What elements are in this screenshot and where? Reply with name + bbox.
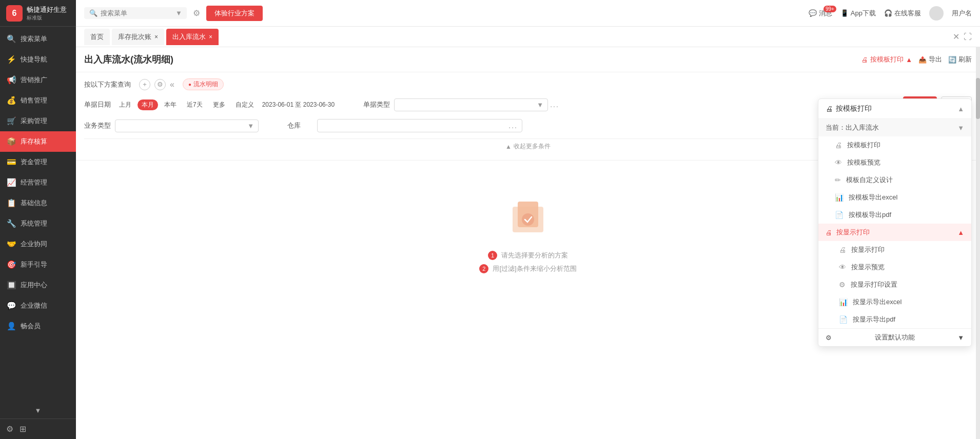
filter-tag-icon: ● [188, 82, 191, 87]
search-dropdown-icon[interactable]: ▼ [175, 9, 182, 17]
sales-icon: 💰 [6, 95, 16, 106]
current-template-label: 当前：出入库流水 [826, 123, 879, 132]
warehouse-more-btn[interactable]: ... [508, 122, 518, 130]
marketing-icon: 📢 [6, 75, 16, 85]
sidebar-item-purchase[interactable]: 🛒 采购管理 [0, 111, 76, 131]
sidebar-item-guide[interactable]: 🎯 新手引导 [0, 254, 76, 275]
sidebar-item-search[interactable]: 🔍 搜索菜单 [0, 29, 76, 49]
print-dropdown-arrow[interactable]: ▲ [906, 56, 912, 64]
display-section-arrow[interactable]: ▲ [957, 229, 964, 236]
date-range-display[interactable]: 2023-06-01 至 2023-06-30 [262, 101, 335, 109]
date-this-month-btn[interactable]: 本月 [138, 99, 158, 110]
sidebar-logo: 6 畅捷通好生意 标准版 [0, 0, 76, 27]
filter-settings-button[interactable]: ⚙ [154, 79, 166, 90]
dropdown-print-icon: 🖨 [826, 105, 833, 113]
username-label[interactable]: 用户名 [952, 9, 972, 18]
wechat-icon: 💬 [6, 301, 16, 311]
date-this-year-btn[interactable]: 本年 [160, 99, 181, 110]
sidebar-item-basic-info[interactable]: 📋 基础信息 [0, 193, 76, 213]
sidebar-scroll-down[interactable]: ▼ [0, 403, 76, 418]
search-input[interactable] [101, 9, 172, 17]
warehouse-label: 仓库 [287, 121, 313, 130]
user-avatar[interactable] [929, 6, 944, 21]
doc-type-filter: ▼ ... [394, 98, 559, 111]
topbar-gear-icon[interactable]: ⚙ [193, 8, 200, 18]
filter-collapse-button[interactable]: « [170, 80, 174, 89]
sidebar-item-app-center[interactable]: 🔲 应用中心 [0, 275, 76, 295]
sidebar-item-wechat[interactable]: 💬 企业微信 [0, 295, 76, 316]
online-service-button[interactable]: 🎧 在线客服 [884, 9, 921, 18]
export-button[interactable]: 📤 导出 [918, 55, 942, 64]
display-pdf-icon: 📄 [839, 315, 848, 324]
tab-inventory-batch[interactable]: 库存批次账 × [112, 29, 164, 45]
tab-inventory-flow[interactable]: 出入库流水 × [166, 29, 219, 45]
display-print-settings-item[interactable]: ⚙ 按显示打印设置 [818, 276, 971, 293]
display-export-excel-item[interactable]: 📊 按显示导出excel [818, 293, 971, 311]
guide-icon: 🎯 [6, 260, 16, 270]
inventory-batch-close-icon[interactable]: × [154, 33, 158, 41]
doc-type-dropdown-icon: ▼ [537, 101, 543, 109]
display-export-pdf-item[interactable]: 📄 按显示导出pdf [818, 311, 971, 328]
enterprise-icon: 🤝 [6, 239, 16, 249]
app-download-button[interactable]: 📱 App下载 [840, 9, 876, 18]
tabs-window-controls: ✕ ⛶ [953, 32, 972, 42]
refresh-button[interactable]: 🔄 刷新 [948, 55, 972, 64]
inventory-flow-close-icon[interactable]: × [209, 33, 212, 41]
sidebar-item-finance[interactable]: 💳 资金管理 [0, 152, 76, 172]
warehouse-col: 仓库 ... [287, 119, 522, 132]
display-print-item[interactable]: 🖨 按显示打印 [818, 241, 971, 258]
settings-bottom-icon[interactable]: ⚙ [6, 424, 13, 434]
sidebar-item-operations[interactable]: 📈 经营管理 [0, 172, 76, 193]
right-scrollbar[interactable] [976, 47, 980, 439]
close-window-button[interactable]: ✕ [953, 32, 959, 42]
doc-type-select[interactable]: ▼ [394, 98, 548, 111]
template-section: 当前：出入库流水 ▼ 🖨 按模板打印 👁 按模板预览 ✏ [818, 119, 971, 224]
page-title: 出入库流水(流水明细) [84, 53, 173, 66]
dropdown-footer[interactable]: ⚙ 设置默认功能 ▼ [818, 328, 971, 346]
menu-toggle-icon[interactable]: ⊞ [19, 424, 26, 434]
trial-button[interactable]: 体验行业方案 [206, 6, 263, 21]
sidebar-item-system[interactable]: 🔧 系统管理 [0, 213, 76, 234]
biz-type-dropdown-icon: ▼ [247, 122, 254, 130]
home-tab-label: 首页 [90, 32, 104, 42]
template-export-excel-item[interactable]: 📊 按模板导出excel [818, 189, 971, 206]
inventory-icon: 📦 [6, 136, 16, 147]
biz-type-select[interactable]: ▼ [115, 119, 259, 132]
sidebar-item-marketing[interactable]: 📢 营销推广 [0, 70, 76, 90]
template-section-header[interactable]: 当前：出入库流水 ▼ [818, 119, 971, 136]
date-custom-btn[interactable]: 自定义 [231, 99, 258, 110]
display-settings-icon: ⚙ [839, 281, 846, 289]
maximize-window-button[interactable]: ⛶ [964, 32, 972, 42]
template-arrow-icon[interactable]: ▼ [957, 124, 964, 132]
doc-type-more-btn[interactable]: ... [550, 101, 559, 109]
template-preview-item[interactable]: 👁 按模板预览 [818, 154, 971, 171]
display-preview-item[interactable]: 👁 按显示预览 [818, 258, 971, 276]
template-custom-design-item[interactable]: ✏ 模板自定义设计 [818, 171, 971, 189]
content-area: 出入库流水(流水明细) 🖨 按模板打印 ▲ 📤 导出 🔄 [76, 47, 980, 439]
filter-add-button[interactable]: + [139, 79, 150, 90]
collapse-up-icon: ▲ [505, 143, 512, 150]
template-export-pdf-item[interactable]: 📄 按模板导出pdf [818, 206, 971, 224]
inventory-flow-tab-label: 出入库流水 [172, 32, 206, 42]
display-excel-icon: 📊 [839, 298, 848, 306]
date-last-month-btn[interactable]: 上月 [115, 99, 135, 110]
topbar-search-box[interactable]: 🔍 ▼ [84, 7, 187, 19]
date-7days-btn[interactable]: 近7天 [183, 99, 207, 110]
tabs-bar: 首页 库存批次账 × 出入库流水 × ✕ ⛶ [76, 27, 980, 47]
template-print-item[interactable]: 🖨 按模板打印 [818, 136, 971, 154]
message-button[interactable]: 💬 消息 99+ [809, 9, 832, 18]
sidebar-item-enterprise[interactable]: 🤝 企业协同 [0, 234, 76, 254]
sidebar-item-inventory[interactable]: 📦 库存核算 [0, 131, 76, 152]
tab-home[interactable]: 首页 [84, 29, 110, 45]
date-more-btn[interactable]: 更多 [209, 99, 229, 110]
dropdown-close-arrow[interactable]: ▲ [957, 105, 964, 113]
sidebar-item-quick-nav[interactable]: ⚡ 快捷导航 [0, 49, 76, 70]
sidebar-item-sales[interactable]: 💰 销售管理 [0, 90, 76, 111]
app-download-icon: 📱 [840, 9, 849, 17]
warehouse-select[interactable]: ... [317, 119, 522, 132]
svg-point-2 [522, 213, 534, 226]
display-section-header[interactable]: 🖨 按显示打印 ▲ [818, 224, 971, 241]
print-button[interactable]: 🖨 按模板打印 ▲ [861, 55, 912, 64]
sidebar-item-member[interactable]: 👤 畅会员 [0, 316, 76, 336]
filter-tag-liushui[interactable]: ● 流水明细 [183, 78, 224, 90]
